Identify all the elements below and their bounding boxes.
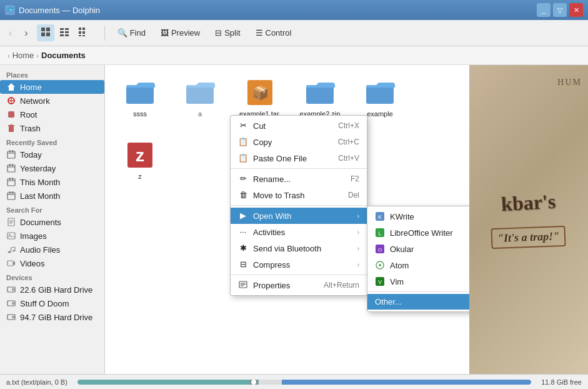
menu-item-trash[interactable]: 🗑 Move to Trash Del: [231, 187, 367, 203]
menu-item-cut[interactable]: ✂ Cut Ctrl+X: [231, 118, 367, 134]
svg-point-54: [12, 289, 14, 291]
sidebar-item-trash[interactable]: Trash: [0, 121, 104, 135]
libreoffice-icon: L: [375, 228, 385, 238]
menu-item-copy[interactable]: 📋 Copy Ctrl+C: [231, 134, 367, 150]
sidebar-item-last-month[interactable]: Last Month: [0, 189, 104, 203]
menu-item-bluetooth[interactable]: ✱ Send via Bluetooth ›: [231, 240, 367, 256]
menu-item-properties[interactable]: Properties Alt+Return: [231, 277, 367, 293]
svg-rect-30: [9, 164, 11, 166]
sidebar-last-month-label: Last Month: [20, 191, 60, 201]
sidebar-item-videos[interactable]: Videos: [0, 256, 104, 270]
svg-rect-35: [12, 178, 14, 180]
breadcrumb-home[interactable]: Home: [12, 51, 34, 60]
menu-item-rename[interactable]: ✏ Rename... F2: [231, 171, 367, 187]
svg-rect-14: [79, 35, 81, 36]
svg-rect-60: [186, 85, 214, 104]
preview-button[interactable]: 🖼 Preview: [156, 26, 205, 40]
view-compact-button[interactable]: [74, 24, 92, 41]
documents-icon: [6, 217, 16, 227]
sidebar-item-images[interactable]: Images: [0, 229, 104, 243]
minimize-button[interactable]: _: [537, 3, 551, 17]
control-button[interactable]: ☰ Control: [251, 26, 297, 40]
svg-point-58: [12, 316, 14, 318]
breadcrumb-current: Documents: [41, 51, 86, 60]
file-info: a.txt (text/plain, 0 B): [6, 378, 67, 386]
toolbar: ‹ › 🔍 Find 🖼 Preview ⊟ Split ☰ Control: [0, 20, 588, 46]
stuff-o-doom-icon: [6, 298, 16, 308]
submenu-other[interactable]: Other...: [367, 294, 469, 310]
breadcrumb: › Home › Documents: [0, 46, 588, 65]
svg-point-56: [12, 303, 14, 305]
maximize-button[interactable]: ▽: [553, 3, 567, 17]
activities-icon: ···: [238, 227, 248, 237]
search-for-label: Search For: [0, 203, 104, 215]
kwrite-icon: K: [375, 211, 385, 221]
properties-icon: [238, 280, 248, 290]
sidebar-item-stuff-o-doom[interactable]: Stuff O Doom: [0, 296, 104, 310]
close-button[interactable]: ✕: [569, 3, 583, 17]
sidebar-item-network[interactable]: Network: [0, 94, 104, 108]
svg-rect-4: [60, 28, 64, 30]
view-details-button[interactable]: [56, 24, 73, 41]
sidebar-item-yesterday[interactable]: Yesterday: [0, 161, 104, 175]
right-panel-hum: HUM: [557, 78, 582, 88]
breadcrumb-root-arrow: ›: [7, 52, 10, 59]
last-month-icon: [6, 191, 16, 201]
paste-label: Paste One File: [253, 154, 333, 163]
audio-icon: [6, 245, 16, 255]
root-icon: [6, 109, 16, 119]
paste-icon: 📋: [238, 153, 248, 163]
sidebar-item-hard-drive-94[interactable]: 94.7 GiB Hard Drive: [0, 310, 104, 324]
sidebar-item-documents[interactable]: Documents: [0, 215, 104, 229]
menu-item-activities[interactable]: ··· Activities ›: [231, 224, 367, 240]
file-item-z[interactable]: z z: [115, 138, 165, 183]
network-icon: [6, 96, 16, 106]
progress-fill-right: [282, 380, 531, 385]
forward-button[interactable]: ›: [21, 25, 31, 41]
titlebar: 🐬 Documents — Dolphin _ ▽ ✕: [0, 0, 588, 20]
svg-rect-39: [12, 191, 14, 194]
svg-rect-10: [79, 28, 81, 30]
svg-rect-12: [79, 31, 81, 34]
open-with-submenu: K KWrite L LibreOffice Writer O: [367, 206, 469, 312]
back-button[interactable]: ‹: [5, 25, 16, 41]
submenu-okular[interactable]: O Okular: [367, 241, 469, 257]
submenu-libreoffice[interactable]: L LibreOffice Writer: [367, 225, 469, 241]
sidebar-item-this-month[interactable]: This Month: [0, 175, 104, 189]
menu-item-paste[interactable]: 📋 Paste One File Ctrl+V: [231, 150, 367, 166]
rename-shortcut: F2: [351, 174, 359, 183]
split-button[interactable]: ⊟ Split: [210, 26, 245, 40]
submenu-vim[interactable]: V Vim: [367, 273, 469, 290]
activities-arrow: ›: [357, 229, 359, 236]
open-with-icon: ▶: [238, 211, 248, 221]
recently-saved-label: Recently Saved: [0, 135, 104, 148]
svg-rect-8: [60, 34, 64, 36]
sidebar-item-audio[interactable]: Audio Files: [0, 243, 104, 256]
sidebar-item-today[interactable]: Today: [0, 148, 104, 161]
sidebar-item-hard-drive-22[interactable]: 22.6 GiB Hard Drive: [0, 283, 104, 296]
file-item-a[interactable]: a: [175, 75, 225, 128]
copy-shortcut: Ctrl+C: [338, 138, 359, 146]
sidebar-hard-drive-94-label: 94.7 GiB Hard Drive: [20, 313, 92, 322]
file-item-ssss[interactable]: ssss: [115, 75, 165, 128]
rename-icon: ✏: [238, 174, 248, 184]
images-icon: [6, 231, 16, 241]
svg-rect-15: [82, 35, 85, 36]
menu-item-compress[interactable]: ⊟ Compress ›: [231, 256, 367, 273]
sidebar-item-home[interactable]: Home: [0, 80, 104, 94]
trash-icon: [6, 123, 16, 133]
svg-rect-59: [126, 85, 154, 104]
window-controls: _ ▽ ✕: [537, 3, 583, 17]
submenu-kwrite[interactable]: K KWrite: [367, 208, 469, 225]
svg-rect-63: [306, 85, 334, 104]
submenu-atom[interactable]: Atom: [367, 257, 469, 273]
sidebar-item-root[interactable]: Root: [0, 108, 104, 121]
svg-point-74: [379, 264, 381, 266]
trash-menu-icon: 🗑: [238, 190, 248, 200]
menu-item-open-with[interactable]: ▶ Open With › K KWrite L Lib: [231, 208, 367, 224]
free-space: 11.8 GiB free: [541, 378, 582, 386]
find-button[interactable]: 🔍 Find: [112, 26, 151, 40]
svg-rect-11: [82, 28, 85, 30]
trash-shortcut: Del: [348, 191, 359, 200]
view-icons-button[interactable]: [37, 24, 54, 41]
